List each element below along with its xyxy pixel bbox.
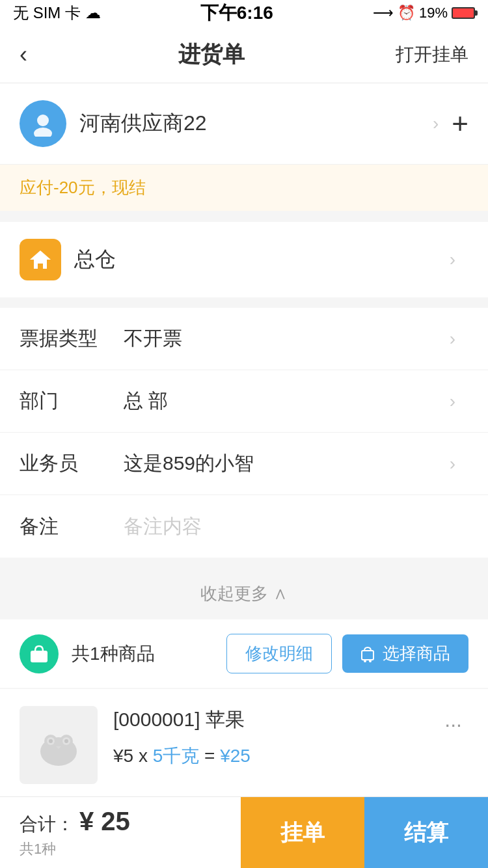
supplier-avatar: [20, 100, 66, 147]
battery-icon: [452, 7, 475, 19]
product-code: [0000001]: [113, 709, 206, 730]
nav-bar: ‹ 进货单 打开挂单: [0, 26, 488, 83]
svg-rect-6: [362, 651, 373, 660]
main-content: 河南供应商22 › + 应付-20元，现结 总仓 › 票据类型 不开票 ›: [0, 83, 488, 868]
form-section: 票据类型 不开票 › 部门 总 部 › 业务员 这是859的小智 › 备注 备注…: [0, 308, 488, 558]
total-row: 合计： ¥ 25: [20, 807, 221, 837]
product-info: [0000001] 苹果 ¥5 x 5千克 = ¥25: [113, 706, 438, 768]
product-title: 苹果: [206, 709, 245, 730]
status-right: ⟶ ⏰ 19%: [373, 5, 475, 21]
warehouse-row[interactable]: 总仓 ›: [0, 222, 488, 297]
sim-label: 无 SIM 卡 ☁: [13, 3, 101, 23]
dept-row[interactable]: 部门 总 部 ›: [0, 370, 488, 433]
home-icon: [29, 248, 52, 271]
warehouse-name: 总仓: [74, 245, 450, 274]
dept-label: 部门: [20, 388, 111, 414]
product-thumbnail: [20, 706, 98, 784]
product-more-button[interactable]: ···: [438, 706, 468, 743]
alarm-icon: ⏰: [398, 5, 415, 21]
status-time: 下午6:16: [200, 1, 273, 25]
product-item: [0000001] 苹果 ¥5 x 5千克 = ¥25 ···: [0, 689, 488, 801]
supplier-card: 河南供应商22 › + 应付-20元，现结: [0, 83, 488, 211]
svg-rect-4: [38, 264, 43, 269]
status-left: 无 SIM 卡 ☁: [13, 3, 101, 23]
remark-input[interactable]: 备注内容: [111, 513, 468, 540]
staff-arrow-icon: ›: [450, 454, 455, 474]
remark-row[interactable]: 备注 备注内容: [0, 495, 488, 558]
product-header: 共1种商品 修改明细 选择商品: [0, 619, 488, 688]
svg-point-7: [364, 660, 366, 662]
supplier-row[interactable]: 河南供应商22 › +: [0, 83, 488, 165]
svg-point-14: [49, 739, 53, 743]
warehouse-icon: [20, 239, 61, 280]
svg-rect-5: [31, 651, 47, 662]
qty-value: 5千克: [153, 746, 200, 766]
total-label: 合计：: [20, 812, 74, 837]
open-hang-button[interactable]: 打开挂单: [396, 42, 468, 67]
staff-label: 业务员: [20, 450, 111, 477]
checkout-button[interactable]: 结算: [364, 797, 488, 869]
page-title: 进货单: [178, 40, 245, 70]
svg-point-1: [34, 128, 52, 137]
svg-point-8: [369, 660, 372, 662]
edit-detail-button[interactable]: 修改明细: [226, 634, 332, 673]
total-amount: ¥ 25: [79, 807, 130, 836]
battery-level: 19%: [419, 5, 448, 21]
supplier-notice: 应付-20元，现结: [0, 165, 488, 211]
location-icon: ⟶: [373, 5, 394, 21]
warehouse-card: 总仓 ›: [0, 222, 488, 297]
svg-marker-2: [30, 251, 51, 260]
product-count: 共1种商品: [72, 642, 226, 666]
dept-arrow-icon: ›: [450, 391, 455, 412]
product-name: [0000001] 苹果: [113, 706, 438, 733]
product-price: ¥5 x 5千克 = ¥25: [113, 744, 438, 768]
supplier-arrow-icon: ›: [433, 113, 439, 134]
staff-value: 这是859的小智: [111, 450, 450, 477]
svg-point-0: [37, 115, 49, 126]
status-bar: 无 SIM 卡 ☁ 下午6:16 ⟶ ⏰ 19%: [0, 0, 488, 26]
add-supplier-button[interactable]: +: [452, 107, 468, 140]
invoice-arrow-icon: ›: [450, 329, 455, 349]
user-icon: [30, 111, 56, 137]
footer-total: 合计： ¥ 25 共1种: [0, 807, 241, 859]
owl-placeholder-icon: [33, 719, 85, 771]
svg-point-15: [64, 739, 68, 743]
invoice-type-row[interactable]: 票据类型 不开票 ›: [0, 308, 488, 370]
total-sub: 共1种: [20, 839, 221, 859]
supplier-name: 河南供应商22: [79, 109, 433, 138]
hang-button[interactable]: 挂单: [241, 797, 364, 869]
warehouse-arrow-icon: ›: [450, 249, 455, 270]
select-product-button[interactable]: 选择商品: [342, 634, 468, 673]
dept-value: 总 部: [111, 388, 450, 414]
product-icon: [20, 634, 59, 673]
total-price: ¥25: [220, 746, 251, 766]
footer: 合计： ¥ 25 共1种 挂单 结算: [0, 796, 488, 868]
equals-sign: =: [199, 746, 220, 766]
unit-price: ¥5 x: [113, 746, 153, 766]
collapse-toggle[interactable]: 收起更多 ∧: [0, 568, 488, 619]
shopping-bag-icon: [28, 643, 50, 665]
invoice-label: 票据类型: [20, 325, 111, 352]
staff-row[interactable]: 业务员 这是859的小智 ›: [0, 433, 488, 495]
cart-icon: [360, 645, 377, 662]
back-button[interactable]: ‹: [20, 41, 27, 68]
remark-label: 备注: [20, 513, 111, 540]
invoice-value: 不开票: [111, 325, 450, 352]
